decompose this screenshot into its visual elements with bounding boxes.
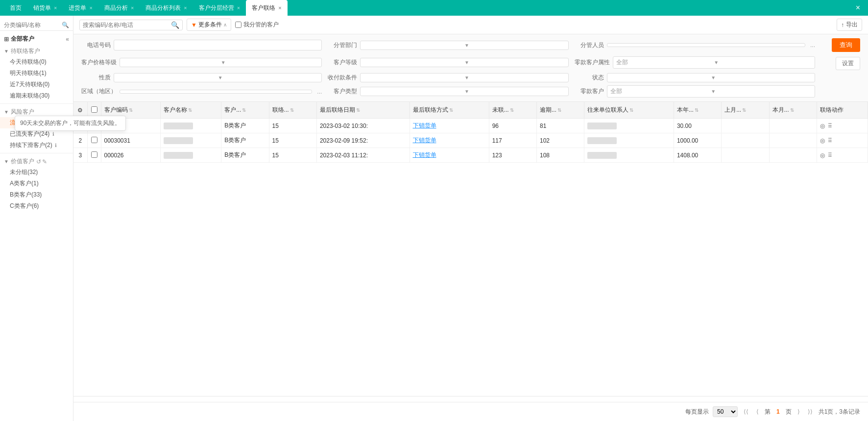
main-layout: 🔍 ⊞ 全部客户 « ▼ 待联络客户 今天待联络(0) 明天待联络(1) 近7天… xyxy=(0,16,868,421)
status-select[interactable]: ▼ xyxy=(607,73,815,82)
tab-purchase[interactable]: 进货单 × xyxy=(63,0,98,16)
my-customers-checkbox[interactable] xyxy=(235,22,241,28)
tab-customer-contact[interactable]: 客户联络 × xyxy=(246,0,287,16)
window-close-button[interactable]: × xyxy=(852,3,864,12)
sort-icon[interactable]: ⇅ xyxy=(242,107,246,113)
zero-attr-select[interactable]: 全部 ▼ xyxy=(613,56,815,69)
person-select[interactable] xyxy=(607,43,805,47)
sidebar-item-today[interactable]: 今天待联络(0) xyxy=(0,56,73,68)
my-customers-checkbox-label[interactable]: 我分管的客户 xyxy=(235,21,279,29)
filter-actions-2: 设置 xyxy=(821,55,860,70)
table-row: 2 00030031 B类客户 15 2023-02-09 19:52: 下销货… xyxy=(73,133,868,148)
tab-sales[interactable]: 销货单 × xyxy=(27,0,63,16)
sidebar-item-c-class[interactable]: C类客户(6) xyxy=(0,200,73,212)
sort-icon[interactable]: ⇅ xyxy=(742,107,746,113)
first-page-button[interactable]: ⟨⟨ xyxy=(742,407,750,416)
sidebar-item-7days[interactable]: 近7天待联络(0) xyxy=(0,79,73,90)
sidebar: 🔍 ⊞ 全部客户 « ▼ 待联络客户 今天待联络(0) 明天待联络(1) 近7天… xyxy=(0,16,73,421)
tab-analysis-list[interactable]: 商品分析列表 × xyxy=(140,0,193,16)
filter-field-area: 区域（地区） ... xyxy=(81,87,328,96)
sidebar-item-declining-customers[interactable]: 持续下滑客户(2) ℹ xyxy=(0,140,73,151)
sidebar-search-input[interactable] xyxy=(4,22,62,28)
filter-search-input[interactable] xyxy=(83,22,171,28)
row-checkbox[interactable] xyxy=(91,151,97,158)
contact-type-link[interactable]: 下销货单 xyxy=(413,122,436,129)
payment-select[interactable]: ▼ xyxy=(360,73,568,82)
data-table: ⚙ 客户编码⇅ 客户名称⇅ 客户...⇅ 联络...⇅ 最后联络日期⇅ 最后联络… xyxy=(73,102,868,163)
contact-type-link[interactable]: 下销货单 xyxy=(413,151,436,158)
td-code: 000026 xyxy=(101,148,160,163)
prev-page-button[interactable]: ⟨ xyxy=(754,407,761,416)
sidebar-item-a-class[interactable]: A类客户(1) xyxy=(0,178,73,189)
sidebar-item-overdue-contact[interactable]: 逾期未联络(30) xyxy=(0,90,73,101)
last-page-button[interactable]: ⟩⟩ xyxy=(806,407,815,416)
tab-home[interactable]: 首页 xyxy=(4,0,27,16)
setting-button[interactable]: 设置 xyxy=(836,57,860,70)
area-select[interactable] xyxy=(120,90,312,94)
nature-select[interactable]: ▼ xyxy=(114,73,322,82)
query-button[interactable]: 查询 xyxy=(832,38,860,52)
close-icon[interactable]: × xyxy=(89,5,92,11)
th-action: 联络动作 xyxy=(817,102,868,119)
more-options-icon[interactable]: ... xyxy=(810,42,815,49)
customer-level-select[interactable]: ▼ xyxy=(360,58,568,67)
dept-select[interactable]: ▼ xyxy=(360,41,568,50)
td-contact-count: 15 xyxy=(269,119,316,133)
gear-icon[interactable]: ⚙ xyxy=(77,107,83,114)
sort-icon[interactable]: ⇅ xyxy=(449,107,453,113)
collapse-icon[interactable]: « xyxy=(66,36,69,43)
arrow-icon: ▼ xyxy=(4,49,9,54)
row-checkbox[interactable] xyxy=(91,137,97,143)
more-action-icon[interactable]: ⠿ xyxy=(828,123,832,129)
contact-action-icon[interactable]: ◎ xyxy=(820,137,825,144)
phone-input[interactable] xyxy=(114,40,322,50)
more-conditions-button[interactable]: ▼ 更多条件 ∧ xyxy=(187,19,231,31)
export-icon: ↑ xyxy=(841,22,844,28)
sidebar-item-ungrouped[interactable]: 未分组(32) xyxy=(0,167,73,178)
next-page-button[interactable]: ⟩ xyxy=(796,407,802,416)
sort-icon[interactable]: ⇅ xyxy=(629,107,633,113)
sort-icon[interactable]: ⇅ xyxy=(790,107,794,113)
contact-action-icon[interactable]: ◎ xyxy=(820,123,825,129)
chevron-down-icon: ▼ xyxy=(464,75,565,80)
group-value-customers[interactable]: ▼ 价值客户 ↺ ✎ xyxy=(0,155,73,167)
edit-icon[interactable]: ✎ xyxy=(42,158,47,165)
sort-icon[interactable]: ⇅ xyxy=(356,107,360,113)
contact-action-icon[interactable]: ◎ xyxy=(820,152,825,159)
group-pending-contact[interactable]: ▼ 待联络客户 xyxy=(0,45,73,56)
tab-customer-tier[interactable]: 客户分层经营 × xyxy=(193,0,246,16)
price-level-select[interactable]: ▼ xyxy=(120,58,322,67)
close-icon[interactable]: × xyxy=(184,5,187,11)
sort-icon[interactable]: ⇅ xyxy=(695,107,699,113)
close-icon[interactable]: × xyxy=(131,5,134,11)
td-this-month xyxy=(769,119,817,133)
sort-icon[interactable]: ⇅ xyxy=(188,107,192,113)
more-action-icon[interactable]: ⠿ xyxy=(828,137,832,144)
area-more-icon[interactable]: ... xyxy=(317,88,322,95)
sidebar-item-b-class[interactable]: B类客户(33) xyxy=(0,189,73,200)
per-page-select[interactable]: 50 100 200 xyxy=(713,406,738,417)
export-button[interactable]: ↑ 导出 xyxy=(837,19,862,31)
tab-analysis[interactable]: 商品分析 × xyxy=(98,0,140,16)
more-action-icon[interactable]: ⠿ xyxy=(828,152,832,159)
filter-field-status: 状态 ▼ xyxy=(575,73,821,82)
contact-type-link[interactable]: 下销货单 xyxy=(413,137,436,144)
sort-icon[interactable]: ⇅ xyxy=(129,107,133,113)
customer-type-select[interactable]: ▼ xyxy=(360,87,568,96)
close-icon[interactable]: × xyxy=(278,5,281,11)
th-level: 客户...⇅ xyxy=(221,102,269,119)
horizontal-scrollbar[interactable] xyxy=(73,396,868,402)
sort-icon[interactable]: ⇅ xyxy=(557,107,561,113)
sort-icon[interactable]: ⇅ xyxy=(510,107,514,113)
zero-customers-select[interactable]: 全部 ▼ xyxy=(607,85,815,98)
td-this-month xyxy=(769,148,817,163)
close-icon[interactable]: × xyxy=(237,5,240,11)
refresh-icon[interactable]: ↺ xyxy=(36,158,41,165)
select-all-checkbox[interactable] xyxy=(91,106,97,113)
sidebar-item-tomorrow[interactable]: 明天待联络(1) xyxy=(0,68,73,79)
close-icon[interactable]: × xyxy=(54,5,57,11)
chevron-down-icon: ▼ xyxy=(218,75,319,80)
filter-search-button[interactable]: 🔍 xyxy=(171,21,179,29)
sort-icon[interactable]: ⇅ xyxy=(290,107,294,113)
table-header-row: ⚙ 客户编码⇅ 客户名称⇅ 客户...⇅ 联络...⇅ 最后联络日期⇅ 最后联络… xyxy=(73,102,868,119)
